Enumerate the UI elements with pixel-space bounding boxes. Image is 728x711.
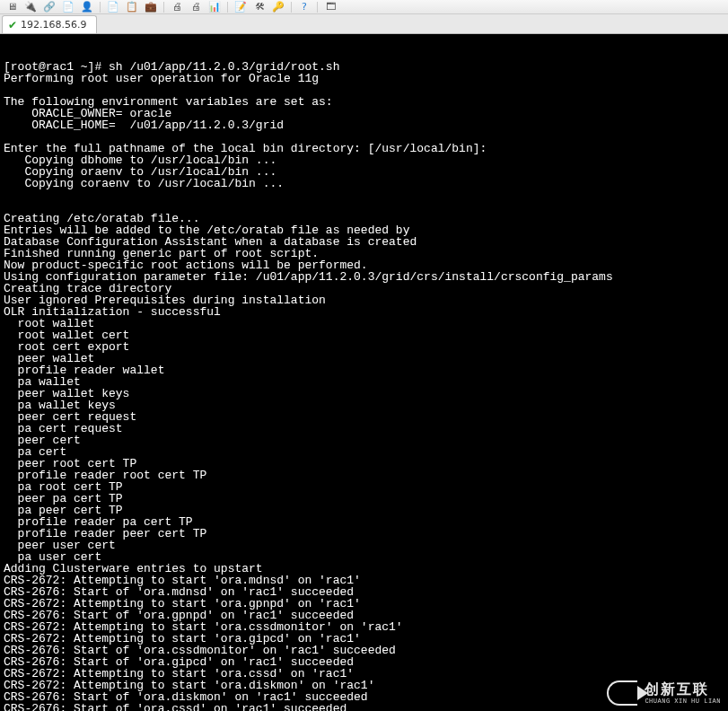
separator-icon (163, 2, 164, 13)
tab-label: 192.168.56.9 (21, 19, 86, 31)
connect-icon[interactable]: 🔌 (22, 1, 39, 13)
app-icon[interactable]: 📊 (206, 1, 223, 13)
watermark-cn: 创新互联 (645, 682, 721, 697)
printer-icon[interactable]: 🖨 (169, 1, 185, 13)
toolbar: 🖥 🔌 🔗 📄 👤 📄 📋 💼 🖨 🖨 📊 📝 🛠 🔑 ? 🗔 (0, 0, 728, 14)
separator-icon (100, 2, 101, 13)
doc-icon[interactable]: 📄 (105, 1, 121, 13)
briefcase-icon[interactable]: 💼 (143, 1, 159, 13)
terminal-output: [root@rac1 ~]# sh /u01/app/11.2.0.3/grid… (4, 61, 724, 711)
watermark-en: CHUANG XIN HU LIAN (645, 698, 721, 705)
copy-icon[interactable]: 📄 (60, 1, 76, 13)
separator-icon (317, 2, 318, 13)
watermark: 创新互联 CHUANG XIN HU LIAN (607, 680, 721, 706)
link-icon[interactable]: 🔗 (41, 1, 57, 13)
key-icon[interactable]: 🔑 (270, 1, 286, 13)
session-tab[interactable]: ✔ 192.168.56.9 (2, 15, 97, 33)
paste-icon[interactable]: 📋 (124, 1, 140, 13)
separator-icon (227, 2, 228, 13)
computer-icon[interactable]: 🖥 (4, 1, 20, 13)
window-icon[interactable]: 🗔 (322, 1, 338, 13)
tab-bar: ✔ 192.168.56.9 (0, 14, 728, 34)
tools-icon[interactable]: 🛠 (251, 1, 268, 13)
separator-icon (291, 2, 292, 13)
terminal[interactable]: [root@rac1 ~]# sh /u01/app/11.2.0.3/grid… (0, 34, 728, 711)
logo-icon (607, 680, 637, 706)
print-icon[interactable]: 🖨 (188, 1, 204, 13)
help-icon[interactable]: ? (296, 1, 312, 13)
person-icon[interactable]: 👤 (79, 1, 95, 13)
doc2-icon[interactable]: 📝 (232, 1, 249, 13)
check-icon: ✔ (8, 19, 17, 31)
